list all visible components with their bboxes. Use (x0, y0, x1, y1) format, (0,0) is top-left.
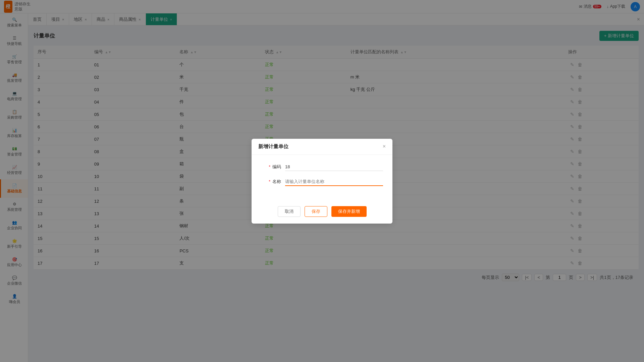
modal-overlay: 新增计量单位 × * 编码 * 名称 取消 保存 保存并新增 (0, 0, 644, 362)
name-label-text: 名称 (272, 179, 281, 184)
code-input[interactable] (285, 163, 383, 171)
name-form-row: * 名称 (261, 178, 383, 186)
name-required-star: * (269, 179, 270, 184)
name-input[interactable] (285, 178, 383, 186)
code-form-row: * 编码 (261, 163, 383, 171)
name-label: * 名称 (261, 179, 281, 185)
modal-title: 新增计量单位 (258, 143, 288, 150)
modal-body: * 编码 * 名称 (252, 155, 392, 201)
modal-footer: 取消 保存 保存并新增 (252, 201, 392, 224)
save-and-new-button[interactable]: 保存并新增 (331, 206, 367, 217)
modal-header: 新增计量单位 × (252, 139, 392, 155)
cancel-button[interactable]: 取消 (278, 206, 301, 217)
code-required-star: * (269, 164, 270, 169)
code-label-text: 编码 (272, 164, 281, 169)
modal-close-button[interactable]: × (383, 143, 386, 149)
add-unit-modal: 新增计量单位 × * 编码 * 名称 取消 保存 保存并新增 (252, 139, 392, 224)
code-label: * 编码 (261, 164, 281, 170)
save-button[interactable]: 保存 (305, 206, 327, 217)
